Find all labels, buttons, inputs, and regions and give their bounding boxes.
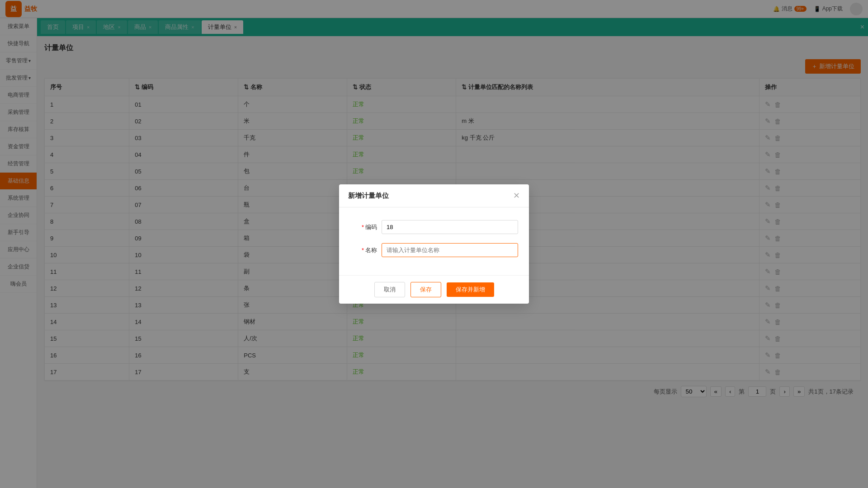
modal-overlay[interactable]: 新增计量单位 ✕ *编码 *名称 取消 保存 保存并新增	[0, 0, 868, 488]
required-mark: *	[362, 224, 364, 230]
form-row-code: *编码	[350, 220, 518, 234]
form-row-name: *名称	[350, 243, 518, 257]
add-unit-modal: 新增计量单位 ✕ *编码 *名称 取消 保存 保存并新增	[339, 184, 529, 304]
modal-close-button[interactable]: ✕	[513, 191, 520, 201]
name-input[interactable]	[382, 243, 518, 257]
modal-body: *编码 *名称	[339, 207, 529, 275]
cancel-button[interactable]: 取消	[374, 282, 405, 297]
modal-title: 新增计量单位	[348, 192, 389, 200]
modal-footer: 取消 保存 保存并新增	[339, 275, 529, 304]
save-continue-button[interactable]: 保存并新增	[447, 282, 494, 297]
form-code-label: *编码	[350, 223, 377, 231]
form-name-label: *名称	[350, 246, 377, 254]
code-input[interactable]	[382, 220, 518, 234]
modal-header: 新增计量单位 ✕	[339, 184, 529, 207]
required-mark-name: *	[362, 247, 364, 253]
save-button[interactable]: 保存	[410, 282, 441, 297]
